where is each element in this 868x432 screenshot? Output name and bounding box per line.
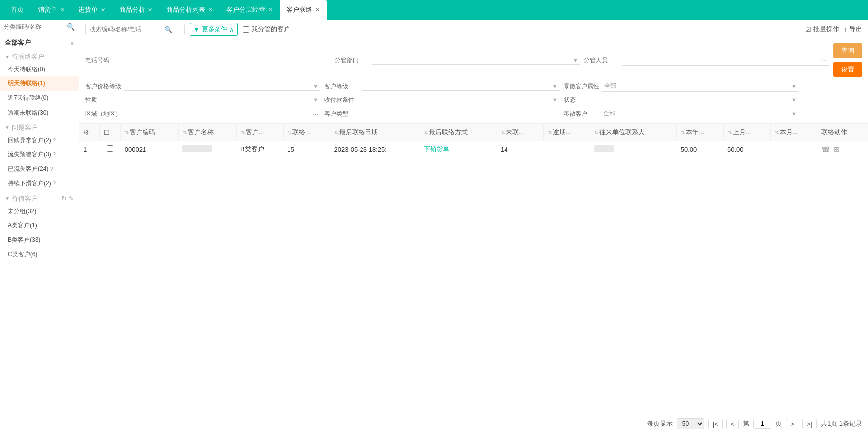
- table-footer: 每页显示 50 100 |< < 第 页 > >| 共1页 1条记录: [79, 415, 868, 432]
- filter-search-icon[interactable]: 🔍: [164, 26, 172, 33]
- sidebar-group-pending: ▼ 待联络客户: [0, 49, 79, 62]
- nature-select[interactable]: ▼: [123, 96, 320, 104]
- nav-sales[interactable]: 销货单 ✕: [31, 0, 72, 20]
- gear-col-icon[interactable]: ⚙: [83, 129, 89, 136]
- next-page-button[interactable]: >: [786, 419, 798, 429]
- sidebar-item-class-a[interactable]: A类客户(1): [0, 218, 79, 233]
- filter-cell-region: 区域（地区） ···: [85, 109, 320, 119]
- value-edit-icon[interactable]: ✎: [69, 195, 74, 202]
- date-sort-icon[interactable]: ⇅: [334, 130, 338, 135]
- sidebar-item-declining[interactable]: 持续下滑客户(2) ?: [0, 176, 79, 191]
- filter-search-input[interactable]: [90, 26, 164, 33]
- export-button[interactable]: ↑ 导出: [844, 25, 863, 34]
- payment-select[interactable]: ▼: [362, 96, 559, 104]
- filter-search-box: 🔍: [85, 24, 185, 35]
- contact-sort-icon[interactable]: ⇅: [288, 130, 291, 135]
- my-customer-checkbox[interactable]: [243, 26, 249, 33]
- sidebar-item-repurchase-abnormal[interactable]: 回购异常客户(2) ?: [0, 133, 79, 147]
- close-sales-icon[interactable]: ✕: [60, 7, 65, 13]
- advanced-filter-panel: 电话号码 分管部门 ▼ 分管人员 ···: [79, 39, 868, 124]
- dept-select[interactable]: ▼: [372, 56, 580, 65]
- manager-select[interactable]: ···: [622, 55, 829, 66]
- nature-label: 性质: [85, 96, 120, 104]
- overdue-sort-icon[interactable]: ⇅: [548, 130, 552, 135]
- payment-dropdown-icon: ▼: [552, 97, 558, 103]
- code-sort-icon[interactable]: ⇅: [125, 130, 129, 135]
- price-level-select[interactable]: ▼: [124, 82, 320, 91]
- col-overdue: ⇅逾期...: [543, 124, 590, 141]
- filter-row-4: 区域（地区） ··· 客户类型 零散客户 全部 ▼: [85, 108, 862, 119]
- last-contact-method-link[interactable]: 下销货单: [424, 145, 449, 153]
- phone-label: 电话号码: [85, 56, 120, 65]
- more-filter-button[interactable]: ▼ 更多条件 ∧: [190, 23, 238, 36]
- close-purchase-icon[interactable]: ✕: [101, 7, 105, 13]
- type-sort-icon[interactable]: ⇅: [241, 130, 245, 135]
- sidebar-item-class-b[interactable]: B类客户(33): [0, 233, 79, 247]
- value-refresh-icon[interactable]: ↻: [61, 195, 67, 202]
- row-uncontacted: 14: [497, 141, 543, 158]
- filter-cell-nature: 性质 ▼: [85, 96, 320, 104]
- manager-dots-icon[interactable]: ···: [821, 56, 827, 64]
- nav-home[interactable]: 首页: [4, 0, 31, 20]
- this-year-sort-icon[interactable]: ⇅: [681, 130, 685, 135]
- first-page-button[interactable]: |<: [708, 419, 723, 429]
- data-table-wrapper: ⚙ ☐ ⇅客户编码 ⇅客户名称 ⇅客户... ⇅联络... ⇅最后联络日期 ⇅最…: [79, 124, 868, 415]
- sidebar-collapse-icon[interactable]: «: [71, 39, 74, 47]
- this-month-sort-icon[interactable]: ⇅: [775, 130, 779, 135]
- retail-attr-select[interactable]: 全部 ▼: [602, 81, 798, 92]
- sidebar-item-churned[interactable]: 已流失客户(24) ?: [0, 162, 79, 176]
- all-customers-label: 全部客户: [5, 38, 31, 47]
- sidebar-item-tomorrow[interactable]: 明天待联络(1): [0, 76, 79, 91]
- person-sort-icon[interactable]: ⇅: [594, 130, 598, 135]
- last-month-sort-icon[interactable]: ⇅: [728, 130, 732, 135]
- row-code: 000021: [121, 141, 179, 158]
- close-product-analysis-list-icon[interactable]: ✕: [208, 7, 213, 13]
- batch-op-button[interactable]: ☑ 批量操作: [805, 25, 839, 34]
- sidebar-search-bar: 🔍: [0, 20, 79, 34]
- sidebar-search-icon[interactable]: 🔍: [67, 23, 75, 31]
- settings-button[interactable]: 设置: [833, 62, 862, 77]
- nav-product-analysis-list[interactable]: 商品分析列表 ✕: [159, 0, 219, 20]
- method-sort-icon[interactable]: ⇅: [424, 130, 428, 135]
- col-gear[interactable]: ⚙: [79, 124, 99, 141]
- sidebar-item-today[interactable]: 今天待联络(0): [0, 62, 79, 76]
- last-page-button[interactable]: >|: [802, 419, 817, 429]
- nav-customer-tier[interactable]: 客户分层经营 ✕: [219, 0, 280, 20]
- retail-customer-select[interactable]: 全部 ▼: [601, 108, 798, 119]
- close-customer-contact-icon[interactable]: ✕: [315, 7, 320, 13]
- sidebar-item-overdue[interactable]: 逾期未联络(30): [0, 106, 79, 120]
- customer-level-select[interactable]: ▼: [362, 82, 559, 91]
- col-this-month: ⇅本月...: [770, 124, 817, 141]
- close-customer-tier-icon[interactable]: ✕: [268, 7, 273, 13]
- nav-customer-contact[interactable]: 客户联络 ✕: [280, 0, 327, 20]
- customer-type-select[interactable]: [362, 113, 559, 115]
- status-dropdown-icon: ▼: [791, 97, 796, 103]
- status-select[interactable]: ▼: [601, 96, 798, 104]
- uncontacted-sort-icon[interactable]: ⇅: [501, 130, 505, 135]
- problem-group-label: 问题客户: [12, 123, 38, 132]
- action-phone-icon[interactable]: ☎: [821, 145, 830, 153]
- nav-product-analysis[interactable]: 商品分析 ✕: [112, 0, 159, 20]
- action-grid-icon[interactable]: ⊞: [834, 145, 840, 153]
- row-checkbox[interactable]: [107, 145, 113, 152]
- region-select[interactable]: ···: [124, 109, 320, 119]
- more-filter-chevron: ∧: [229, 26, 234, 33]
- prev-page-button[interactable]: <: [726, 419, 739, 429]
- more-filter-label: 更多条件: [202, 25, 227, 34]
- sidebar-item-7days[interactable]: 近7天待联络(0): [0, 91, 79, 105]
- region-dots-icon[interactable]: ···: [313, 110, 319, 118]
- my-customer-checkbox-group[interactable]: 我分管的客户: [243, 25, 290, 34]
- close-product-analysis-icon[interactable]: ✕: [148, 7, 152, 13]
- col-uncontacted: ⇅未联...: [497, 124, 543, 141]
- name-sort-icon[interactable]: ⇅: [183, 130, 187, 135]
- query-button[interactable]: 查询: [833, 43, 862, 58]
- per-page-select[interactable]: 50 100: [677, 418, 704, 429]
- sidebar-item-ungrouped[interactable]: 未分组(32): [0, 204, 79, 218]
- sidebar-item-churn-warning[interactable]: 流失预警客户(3) ?: [0, 147, 79, 162]
- nav-purchase[interactable]: 进货单 ✕: [72, 0, 112, 20]
- page-number-input[interactable]: [753, 419, 771, 429]
- filter-icon: ▼: [193, 26, 200, 33]
- sidebar-item-class-c[interactable]: C类客户(6): [0, 247, 79, 262]
- sidebar-search-input[interactable]: [4, 23, 67, 30]
- phone-input[interactable]: [123, 56, 331, 65]
